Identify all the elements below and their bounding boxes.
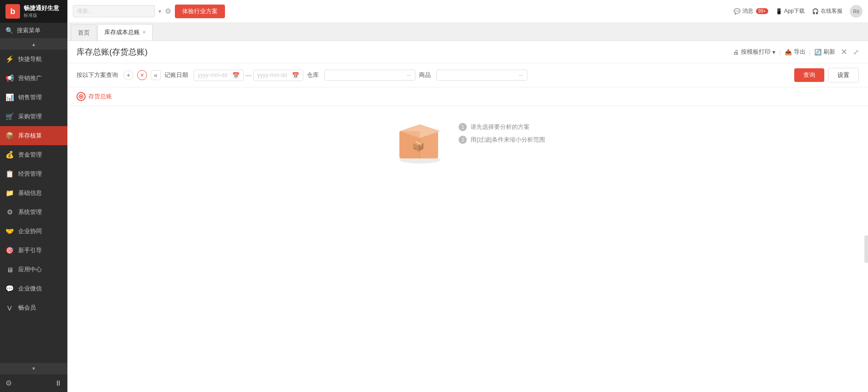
sidebar-item-system[interactable]: ⚙ 系统管理 [0,203,67,222]
sidebar-nav: ⚡ 快捷导航 📢 营销推广 📊 销售管理 🛒 采购管理 📦 库存核算 💰 资金管… [0,50,67,363]
hint-1: 1 请先选择要分析的方案 [459,123,545,131]
header-gear-icon[interactable]: ⚙ [165,7,171,15]
inventory-icon: 📦 [5,132,14,140]
tab-inventory-cost[interactable]: 库存成本总账 × [97,24,153,41]
marketing-icon: 📢 [5,74,14,82]
refresh-icon: 🔄 [814,49,822,56]
close-panel-btn[interactable]: ✕ [839,47,849,57]
message-icon: 💬 [734,8,740,15]
basic-icon: 📁 [5,189,14,197]
app-download-action[interactable]: 📱 App下载 [776,7,805,15]
filter-label: 按以下方案查询 [77,71,118,79]
sidebar-item-enterprise-wechat[interactable]: 💬 企业微信 [0,279,67,298]
app-logo-icon: b [5,4,20,19]
refresh-btn[interactable]: 🔄 刷新 [814,48,835,56]
sidebar-item-basic[interactable]: 📁 基础信息 [0,183,67,203]
scheme-label: 存货总账 [88,92,112,101]
industry-btn[interactable]: 体验行业方案 [175,5,225,18]
sidebar-item-finance[interactable]: 💰 资金管理 [0,145,67,164]
header-left: 搜索... ▾ ⚙ 体验行业方案 [73,5,225,18]
coop-icon: 🤝 [5,227,14,235]
calendar-start-icon[interactable]: 📅 [232,72,240,79]
query-btn[interactable]: 查询 [794,68,824,82]
page-title-bar: 库存总账(存货总账) 🖨 按模板打印 ▾ | 📤 导出 | 🔄 刷新 ✕ [67,41,868,63]
app-download-icon: 📱 [776,8,782,15]
calendar-end-icon[interactable]: 📅 [292,72,299,79]
search-icon: 🔍 [5,27,13,34]
scheme-icon [77,92,86,101]
main-area: 搜索... ▾ ⚙ 体验行业方案 💬 消息 99+ 📱 App下载 🎧 在线客服… [67,0,868,392]
right-panel-toggle[interactable] [864,235,868,263]
sidebar-search[interactable]: 🔍 搜索菜单 [0,23,67,39]
headset-icon: 🎧 [812,8,819,15]
system-icon: ⚙ [5,208,14,216]
date-filter-label: 记账日期 [164,71,188,79]
expand-icon[interactable]: ⤢ [853,48,859,56]
top-header: 搜索... ▾ ⚙ 体验行业方案 💬 消息 99+ 📱 App下载 🎧 在线客服… [67,0,868,23]
scroll-up-btn[interactable]: ▲ [0,39,67,50]
online-service-action[interactable]: 🎧 在线客服 [812,7,842,15]
header-chevron-icon[interactable]: ▾ [158,8,161,15]
sales-icon: 📊 [5,93,14,102]
filter-close-btn[interactable]: × [137,70,147,80]
finance-icon: 💰 [5,151,14,159]
tab-close-icon[interactable]: × [143,29,146,36]
product-select-dots[interactable]: ··· [519,72,523,78]
newbie-icon: 🎯 [5,246,14,255]
collapse-icon[interactable]: ⏸ [55,379,62,387]
warehouse-select[interactable]: ··· [324,70,415,81]
product-filter-label: 商品 [419,71,431,79]
scroll-down-btn[interactable]: ▼ [0,363,67,374]
export-btn[interactable]: 📤 导出 [785,48,806,56]
date-start-input[interactable]: yyyy-mm-dd 📅 [194,70,244,81]
settings-btn[interactable]: 设置 [828,68,859,82]
filter-right: 查询 设置 [794,68,859,82]
tab-home[interactable]: 首页 [71,25,97,41]
divider2: | [809,49,811,56]
date-separator: — [245,72,251,79]
content-area: 📦 1 请先选择要分析的方案 2 用[过滤]条件来缩小分析范围 [67,106,868,392]
app-logo-text: 畅捷通好生意 标准版 [24,5,59,18]
page-title: 库存总账(存货总账) [77,46,148,57]
filter-add-btn[interactable]: + [123,70,133,80]
hint-num-1: 1 [459,123,467,131]
enterprise-wechat-icon: 💬 [5,285,14,293]
sidebar-item-purchase[interactable]: 🛒 采购管理 [0,107,67,126]
print-btn[interactable]: 🖨 按模板打印 ▾ [733,48,776,56]
filter-bar: 按以下方案查询 + × « 记账日期 yyyy-mm-dd 📅 — yyyy-m… [67,63,868,87]
print-icon: 🖨 [733,49,739,56]
sidebar-item-app-center[interactable]: 🖥 应用中心 [0,260,67,279]
product-select[interactable]: ··· [436,70,527,81]
sidebar: b 畅捷通好生意 标准版 🔍 搜索菜单 ▲ ⚡ 快捷导航 📢 营销推广 📊 销售… [0,0,67,392]
empty-state: 📦 1 请先选择要分析的方案 2 用[过滤]条件来缩小分析范围 [67,106,868,161]
scheme-filter: 存货总账 [67,87,868,106]
page-content: 库存总账(存货总账) 🖨 按模板打印 ▾ | 📤 导出 | 🔄 刷新 ✕ [67,41,868,392]
filter-collapse-btn[interactable]: « [151,70,161,80]
settings-icon[interactable]: ⚙ [5,379,12,387]
sidebar-item-operation[interactable]: 📋 经营管理 [0,164,67,183]
warehouse-select-dots[interactable]: ··· [407,72,411,78]
sidebar-item-coop[interactable]: 🤝 企业协同 [0,222,67,241]
quick-nav-icon: ⚡ [5,55,14,63]
sidebar-item-vip[interactable]: V 畅会员 [0,298,67,317]
sidebar-item-marketing[interactable]: 📢 营销推广 [0,69,67,88]
message-action[interactable]: 💬 消息 99+ [734,7,768,15]
svg-point-0 [80,96,82,97]
warehouse-filter-label: 仓库 [307,71,319,79]
purchase-icon: 🛒 [5,112,14,121]
operation-icon: 📋 [5,170,14,178]
sidebar-item-newbie[interactable]: 🎯 新手引导 [0,241,67,260]
hint-2: 2 用[过滤]条件来缩小分析范围 [459,136,545,144]
sidebar-item-quick-nav[interactable]: ⚡ 快捷导航 [0,50,67,69]
header-search[interactable]: 搜索... [73,5,155,17]
sidebar-item-sales[interactable]: 📊 销售管理 [0,88,67,107]
app-center-icon: 🖥 [5,266,14,274]
scheme-item[interactable]: 存货总账 [77,92,112,101]
avatar[interactable]: Rit [850,5,863,18]
search-placeholder: 搜索... [77,7,92,15]
vip-icon: V [5,304,14,312]
empty-hints: 1 请先选择要分析的方案 2 用[过滤]条件来缩小分析范围 [459,123,545,144]
date-end-input[interactable]: yyyy-mm-dd 📅 [253,70,303,81]
sidebar-item-inventory[interactable]: 📦 库存核算 [0,126,67,145]
sidebar-footer: ⚙ ⏸ [0,374,67,392]
